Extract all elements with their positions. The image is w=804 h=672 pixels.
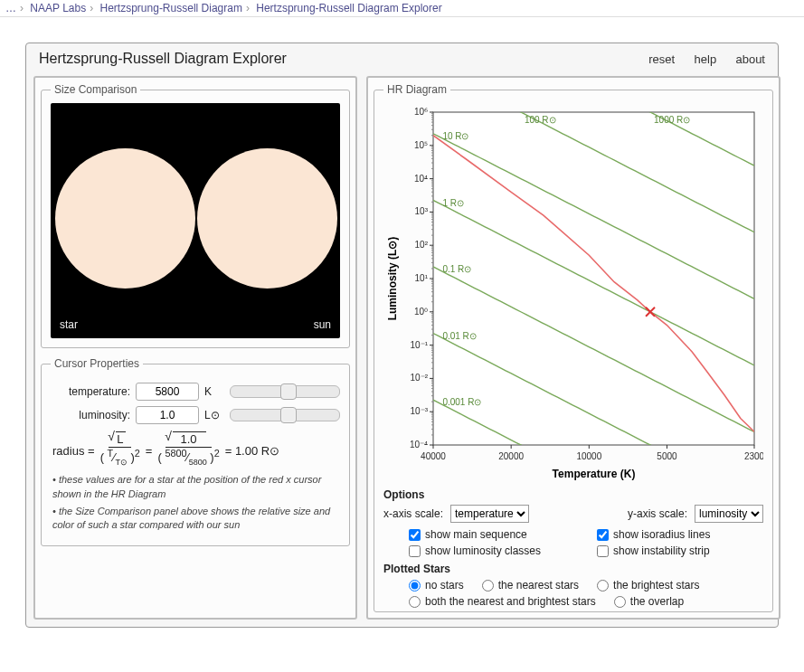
hr-diagram-legend: HR Diagram (383, 83, 450, 96)
svg-text:100 R⊙: 100 R⊙ (525, 115, 556, 125)
xscale-select[interactable]: temperature (450, 505, 529, 523)
radio-no-stars[interactable]: no stars (409, 579, 464, 592)
sun-caption: sun (314, 318, 331, 331)
temperature-unit: K (204, 385, 224, 398)
cursor-properties-panel: Cursor Properties temperature: K luminos… (41, 357, 350, 546)
luminosity-input[interactable] (136, 406, 199, 424)
svg-text:10³: 10³ (415, 206, 429, 216)
svg-text:1 R⊙: 1 R⊙ (442, 198, 464, 208)
help-link[interactable]: help (695, 52, 717, 66)
svg-text:10⁻⁴: 10⁻⁴ (410, 440, 428, 450)
yscale-label: y-axis scale: (628, 507, 687, 520)
size-comparison-legend: Size Comparison (51, 83, 140, 96)
svg-text:10 R⊙: 10 R⊙ (442, 131, 468, 141)
cb-lum-classes[interactable]: show luminosity classes (409, 544, 575, 557)
radio-brightest[interactable]: the brightest stars (597, 579, 699, 592)
svg-text:40000: 40000 (421, 451, 446, 461)
star-caption: star (60, 318, 78, 331)
sun-disk (197, 148, 337, 289)
radio-overlap[interactable]: the overlap (614, 595, 684, 608)
svg-text:20000: 20000 (498, 451, 524, 461)
svg-text:10⁻³: 10⁻³ (411, 406, 429, 416)
note-1: • these values are for a star at the pos… (52, 473, 338, 501)
yscale-select[interactable]: luminosity (695, 505, 763, 523)
hr-diagram-panel: HR Diagram 10⁻⁴10⁻³10⁻²10⁻¹10⁰10¹10²10³1… (374, 83, 773, 612)
app-window: Hertzsprung-Russell Diagram Explorer res… (25, 43, 779, 628)
radio-both[interactable]: both the nearest and brightest stars (409, 595, 596, 608)
breadcrumb: …› NAAP Labs› Hertzsprung-Russell Diagra… (0, 0, 804, 17)
cb-isoradius[interactable]: show isoradius lines (597, 528, 763, 541)
svg-text:2300: 2300 (744, 451, 763, 461)
reset-link[interactable]: reset (648, 52, 675, 66)
note-2: • the Size Comparison panel above shows … (52, 505, 338, 533)
size-comparison-stage: star sun (51, 103, 340, 338)
svg-text:10⁰: 10⁰ (414, 307, 428, 317)
star-disk (55, 148, 195, 289)
app-title: Hertzsprung-Russell Diagram Explorer (39, 51, 287, 67)
svg-text:0.1 R⊙: 0.1 R⊙ (442, 264, 471, 274)
temperature-input[interactable] (136, 383, 199, 401)
svg-text:1000 R⊙: 1000 R⊙ (654, 115, 690, 125)
luminosity-slider[interactable] (230, 409, 340, 421)
svg-text:0.01 R⊙: 0.01 R⊙ (442, 331, 476, 341)
luminosity-unit: L⊙ (204, 409, 224, 421)
svg-text:Luminosity (L⊙): Luminosity (L⊙) (386, 237, 399, 321)
temperature-label: temperature: (51, 385, 130, 398)
xscale-label: x-axis scale: (383, 507, 443, 520)
svg-text:5000: 5000 (657, 451, 677, 461)
hr-chart[interactable]: 10⁻⁴10⁻³10⁻²10⁻¹10⁰10¹10²10³10⁴10⁵10⁶400… (383, 103, 763, 483)
luminosity-label: luminosity: (51, 409, 130, 421)
temperature-slider[interactable] (230, 385, 340, 398)
about-link[interactable]: about (735, 52, 765, 66)
svg-text:Temperature (K): Temperature (K) (553, 468, 636, 480)
cursor-properties-legend: Cursor Properties (51, 357, 143, 370)
svg-text:10⁴: 10⁴ (414, 174, 428, 184)
radius-result: = 1.00 R⊙ (225, 444, 280, 458)
options-heading: Options (383, 488, 763, 501)
cb-main-sequence[interactable]: show main sequence (409, 528, 575, 541)
svg-text:10⁻²: 10⁻² (411, 373, 429, 383)
svg-rect-1 (433, 112, 754, 445)
svg-text:10²: 10² (415, 240, 429, 250)
plotted-heading: Plotted Stars (383, 563, 763, 575)
radius-formula: radius = L ( T∕T⊙ )2 = 1.0 ( 5800∕5800 )… (52, 433, 340, 468)
cb-instability[interactable]: show instability strip (597, 544, 763, 557)
radio-nearest[interactable]: the nearest stars (482, 579, 579, 592)
svg-text:0.001 R⊙: 0.001 R⊙ (442, 397, 481, 407)
size-comparison-panel: Size Comparison star sun (41, 83, 350, 348)
svg-text:10⁵: 10⁵ (414, 140, 428, 150)
svg-text:10⁶: 10⁶ (414, 107, 428, 117)
svg-text:10000: 10000 (576, 451, 601, 461)
svg-text:10⁻¹: 10⁻¹ (411, 340, 429, 350)
svg-text:10¹: 10¹ (415, 273, 429, 283)
